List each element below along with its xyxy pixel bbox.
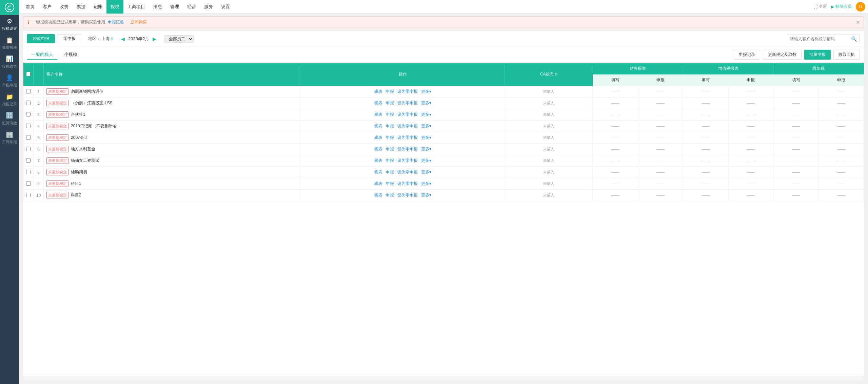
notice-link-declare[interactable]: 申报汇签: [108, 19, 124, 25]
tab-small-scale[interactable]: 小规模: [60, 50, 81, 60]
date-nav: ◀ 2023年2月 ▶: [120, 36, 158, 42]
op-set-zero-link[interactable]: 设为零申报: [397, 170, 418, 174]
row-fin-fill: ——: [593, 98, 638, 109]
btn-retrieve[interactable]: 收取回执: [833, 50, 860, 60]
op-declare-link[interactable]: 申报: [386, 101, 394, 105]
sidebar-item-batch-tax[interactable]: 📋 批量报税: [0, 34, 19, 53]
op-tax-table-link[interactable]: 税表: [374, 170, 382, 174]
op-more-btn[interactable]: 更多▾: [421, 89, 431, 94]
op-set-zero-link[interactable]: 设为零申报: [397, 112, 418, 117]
op-tax-table-link[interactable]: 税表: [374, 124, 382, 128]
bottom-scrollbar[interactable]: [23, 376, 864, 381]
search-btn[interactable]: 🔍: [848, 35, 860, 43]
fullscreen-btn[interactable]: ⛶ 全屏: [813, 4, 827, 9]
upgrade-btn[interactable]: ▶ 畅享会员: [831, 4, 852, 9]
op-more-btn[interactable]: 更多▾: [421, 192, 431, 198]
nav-home[interactable]: 首页: [22, 0, 39, 14]
op-more-btn[interactable]: 更多▾: [421, 181, 431, 187]
nav-business[interactable]: 工商项目: [123, 0, 149, 14]
op-tax-table-link[interactable]: 税表: [374, 135, 382, 140]
nav-tax[interactable]: 报税: [106, 0, 123, 14]
btn-batch-declare[interactable]: 批量申报: [804, 50, 831, 60]
nav-accounting[interactable]: 记账: [90, 0, 106, 14]
nav-settings[interactable]: 设置: [217, 0, 234, 14]
op-declare-link[interactable]: 申报: [386, 181, 394, 186]
row-checkbox[interactable]: [23, 132, 34, 144]
tab-zero-declare[interactable]: 零申报: [58, 34, 81, 43]
op-tax-table-link[interactable]: 税表: [374, 112, 382, 117]
date-next-btn[interactable]: ▶: [151, 36, 158, 42]
row-checkbox[interactable]: [23, 178, 34, 190]
op-tax-table-link[interactable]: 税表: [374, 101, 382, 105]
search-input[interactable]: [787, 35, 848, 43]
op-tax-table-link[interactable]: 税表: [374, 193, 382, 197]
op-tax-table-link[interactable]: 税表: [374, 89, 382, 94]
nav-operation[interactable]: 经营: [183, 0, 200, 14]
op-more-btn[interactable]: 更多▾: [421, 158, 431, 164]
staff-select[interactable]: 全部员工: [164, 35, 194, 43]
tab-general-taxpayer[interactable]: 一般的税人: [27, 50, 57, 60]
op-set-zero-link[interactable]: 设为零申报: [397, 147, 418, 151]
op-more-btn[interactable]: 更多▾: [421, 112, 431, 118]
row-checkbox[interactable]: [23, 86, 34, 98]
op-more-btn[interactable]: 更多▾: [421, 169, 431, 175]
row-checkbox[interactable]: [23, 144, 34, 155]
row-checkbox[interactable]: [23, 167, 34, 178]
nav-message[interactable]: 消息: [149, 0, 166, 14]
select-all-checkbox[interactable]: [26, 72, 31, 76]
op-set-zero-link[interactable]: 设为零申报: [397, 158, 418, 163]
sidebar-item-tax-settings[interactable]: ⚙ 报税设置: [0, 15, 19, 34]
op-declare-link[interactable]: 申报: [386, 158, 394, 163]
op-declare-link[interactable]: 申报: [386, 112, 394, 117]
table-row: 2 未更新税定 （勿删）江西股宝-LSS 税表 申报 设为零申报 更多▾ 未插入…: [23, 98, 864, 109]
op-set-zero-link[interactable]: 设为零申报: [397, 124, 418, 128]
sidebar-item-business-report[interactable]: 🏢 工商年报: [0, 128, 19, 147]
sidebar-item-tax-records[interactable]: 📁 报税记录: [0, 90, 19, 109]
op-set-zero-link[interactable]: 设为零申报: [397, 181, 418, 186]
op-declare-link[interactable]: 申报: [386, 170, 394, 174]
sidebar-item-tax-overview[interactable]: 📊 报税总览: [0, 52, 19, 71]
row-ca-status: 未插入: [505, 190, 593, 201]
notice-close-btn[interactable]: ✕: [856, 20, 860, 25]
op-tax-table-link[interactable]: 税表: [374, 147, 382, 151]
op-declare-link[interactable]: 申报: [386, 135, 394, 140]
row-checkbox[interactable]: [23, 121, 34, 132]
btn-declare-record[interactable]: 申报记录: [734, 50, 760, 60]
tab-tax-declare[interactable]: 税款申报: [27, 34, 55, 43]
status-badge: 未更新税定: [46, 169, 68, 175]
notice-link-buy[interactable]: 立即购买: [131, 19, 147, 25]
table-row: 9 未更新税定 科目1 税表 申报 设为零申报 更多▾ 未插入 —— —— ——…: [23, 178, 864, 190]
row-checkbox[interactable]: [23, 98, 34, 109]
op-declare-link[interactable]: 申报: [386, 124, 394, 128]
sidebar-logo[interactable]: [0, 0, 19, 15]
nav-collection[interactable]: 收费: [56, 0, 73, 14]
date-prev-btn[interactable]: ◀: [120, 36, 126, 42]
sidebar-item-calc-clear[interactable]: 🔢 汇算清缴: [0, 109, 19, 128]
user-avatar[interactable]: U: [856, 2, 865, 12]
op-set-zero-link[interactable]: 设为零申报: [397, 193, 418, 197]
nav-service[interactable]: 服务: [200, 0, 217, 14]
op-set-zero-link[interactable]: 设为零申报: [397, 89, 418, 94]
row-checkbox[interactable]: [23, 155, 34, 167]
row-fin-fill: ——: [593, 167, 638, 178]
op-more-btn[interactable]: 更多▾: [421, 123, 431, 129]
op-tax-table-link[interactable]: 税表: [374, 181, 382, 186]
nav-management[interactable]: 管理: [166, 0, 183, 14]
op-set-zero-link[interactable]: 设为零申报: [397, 101, 418, 105]
op-more-btn[interactable]: 更多▾: [421, 146, 431, 152]
op-set-zero-link[interactable]: 设为零申报: [397, 135, 418, 140]
op-more-btn[interactable]: 更多▾: [421, 100, 431, 106]
row-checkbox[interactable]: [23, 109, 34, 121]
op-declare-link[interactable]: 申报: [386, 147, 394, 151]
nav-client[interactable]: 客户: [39, 0, 56, 14]
op-declare-link[interactable]: 申报: [386, 89, 394, 94]
row-fin-fill: ——: [593, 190, 638, 201]
op-tax-table-link[interactable]: 税表: [374, 158, 382, 163]
op-declare-link[interactable]: 申报: [386, 193, 394, 197]
btn-update-confirm[interactable]: 更新税定及取数: [763, 50, 802, 60]
nav-invoice[interactable]: 票据: [73, 0, 90, 14]
row-checkbox[interactable]: [23, 190, 34, 201]
region-info-icon[interactable]: ℹ: [111, 37, 113, 41]
sidebar-item-personal-tax[interactable]: 👤 个税申报: [0, 71, 19, 90]
op-more-btn[interactable]: 更多▾: [421, 135, 431, 141]
